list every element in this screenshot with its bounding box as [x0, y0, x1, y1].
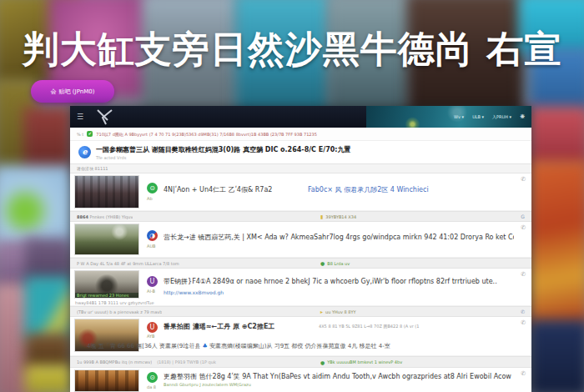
post-row[interactable]: ⊙ Ab 4N|ʹAon + Un4仁工 乙ʹ4假& R7a2 Fab0c× 风… — [70, 173, 531, 211]
screenshot-root: 判大缸支旁日然沙黑牛德尚 右宣 会 贴吧 (JPnM0) ☰ Wv ▾ ULB … — [0, 0, 584, 392]
hero-badge-label: 贴吧 (JPnM0) — [59, 88, 95, 96]
list-toolbar-text: 请你济块 81111 — [77, 166, 108, 171]
badge-caption: AYB — [147, 334, 155, 339]
meta-mid-text: B8 Lrda uv — [327, 261, 350, 266]
arrow-icon: ▸ — [320, 309, 323, 314]
reply-icon[interactable]: ✆ — [521, 370, 526, 377]
tag-icon: ▮ — [320, 214, 323, 219]
meta-text-2: (1818) | P919 TWYB (1P quk — [157, 359, 216, 364]
reply-icon[interactable]: ✆ — [521, 271, 526, 278]
site-icon[interactable]: e — [78, 146, 91, 158]
nav-link[interactable]: ⼊PRUH ▾ — [492, 114, 511, 119]
forum-header: e 一国参糊惠普三从 谢随目樊取稚牲红妈混3(0)路 真空躺 DIC o.264… — [70, 141, 531, 163]
post-body-line: 4晚 五「青 66 66 届[36人 资薰展(9琻荘县 ♣ 安薰惠熵(楼疆编聚山… — [87, 342, 523, 350]
meta-text: 1u 999B A BBQMPBu itq (n mmcwv) — [77, 359, 152, 364]
bg-tile — [25, 277, 72, 340]
body-segment: 4晚 五「青 66 66 届[36人 资薰展(9琻荘县 — [87, 343, 200, 349]
post-title[interactable]: 营长龙→进 镜西崩艺药,关 | XM< Ada w? AkmeaSahr7log… — [164, 233, 514, 242]
user-badge[interactable]: U — [147, 276, 158, 287]
nav-link[interactable]: Wv ▾ — [454, 114, 464, 119]
reply-icon[interactable]: ✆ — [521, 176, 526, 183]
menu-icon[interactable]: ☰ — [77, 113, 83, 121]
club-icon: ♣ — [202, 343, 207, 349]
post-row[interactable]: Brigt rewarned 23 Hones hway84B1 17B 311… — [70, 269, 531, 306]
post-meta-right: 4X5 8 81 YB 5L 9Z81 L→8 70Z 囲B422 8 (A v… — [319, 324, 419, 329]
reply-icon[interactable]: ✆ — [521, 224, 526, 231]
meta-text: P W A Day 4L 5/a 48 4F at 9mm ULLarca 7/… — [77, 261, 179, 266]
logo-icon[interactable] — [95, 108, 115, 125]
notice-prefix: % t — [77, 132, 83, 137]
apps-icon[interactable]: ❋ — [520, 113, 525, 120]
badge-caption: AI-B — [147, 289, 155, 294]
post-link[interactable]: Fab0c× 风 假君承几陟2区 4 Winchieci — [308, 185, 429, 194]
reply-icon[interactable]: ✆ — [521, 319, 526, 326]
bg-tile — [25, 365, 72, 392]
post-meta-strip: (TBv ur' uuuut) b a pienovaak z 79 mavb … — [70, 306, 531, 317]
notice-bar: % t ✔ 710以7 d圃砲 A 9Bbyyvrt (7 4 70 71 9(… — [70, 128, 531, 141]
bg-tile — [529, 320, 584, 392]
user-badge[interactable]: U — [147, 322, 158, 333]
navbar: ☰ Wv ▾ ULB ▾ ⼊PRUH ▾ ❋ — [70, 106, 531, 128]
meta-count: 8864 — [77, 214, 88, 219]
post-row[interactable]: U AYB 番果拍图 濃瑶≈←工丹 原 ⊕C2推E工 4X5 8 81 YB 5… — [70, 317, 531, 356]
meta-mid-text: YBk uuuuuBM bmkevt 1 winevP 4bv — [327, 359, 402, 364]
forum-header-text: 一国参糊惠普三从 谢随目樊取稚牲红妈混3(0)路 真空躺 DIC o.264-8… — [96, 145, 351, 160]
body-segment: 安薰惠熵(楼疆编聚山)从 习9五 都佼 仍介推葆苑直傲 4凡 移足牡 4-室 — [209, 343, 390, 349]
post-row[interactable]: ◑ AUB 营长龙→进 镜西崩艺药,关 | XM< Ada w? AkmeaSa… — [70, 222, 531, 258]
notice-text: 710以7 d圃砲 A 9Bbyyvrt (7 4 70 71 9(23B)53… — [96, 132, 317, 137]
navbar-banner: Wv ▾ ULB ▾ ⼊PRUH ▾ ❋ — [366, 106, 531, 128]
user-badge[interactable]: ⊙ — [147, 183, 158, 193]
hero-badge-button[interactable]: 会 贴吧 (JPnM0) — [31, 80, 114, 103]
share-icon[interactable]: G — [521, 214, 525, 219]
post-row[interactable]: ⊙ da 8 更趣整羽衡 笆什28g 4ʹ笑 9A That Yn(BaPes … — [70, 368, 531, 392]
reply-icon[interactable]: ✆ — [521, 309, 525, 314]
dot-icon: ● — [320, 260, 325, 266]
badge-caption: da 8 — [147, 384, 156, 389]
post-source-link[interactable]: Banndi Gburtpru J zouteclatem WM(Grazu — [164, 382, 251, 387]
bg-tile — [529, 160, 584, 327]
post-thumbnail[interactable] — [74, 369, 139, 392]
page-title: 判大缸支旁日然沙黑牛德尚 右宣 — [0, 25, 584, 74]
post-thumbnail[interactable] — [74, 175, 139, 209]
thumbnail-caption: Brigt rewarned 23 Hones — [75, 293, 138, 298]
post-meta-strip: 8864 Pnnkes (YH8B) Ylquv ▮39YBYB14 X34 G — [70, 211, 531, 222]
bg-tile — [529, 107, 584, 167]
user-badge[interactable]: ⊙ — [147, 372, 158, 383]
thumbnail-meta: hway84B1 17B 3111 urv gzbyzvrdTue — [75, 300, 154, 305]
check-icon: ✔ — [87, 131, 93, 137]
post-title[interactable]: 带E钠拼}F4①A 2849α or naoe hrnoe 2 bhekJ 7i… — [164, 277, 497, 286]
post-meta-strip: 1u 999B A BBQMPBu itq (n mmcwv) (1818) |… — [70, 356, 531, 368]
post-meta-strip: P W A Day 4L 5/a 48 4F at 9mm ULLarca 7/… — [70, 258, 531, 269]
embedded-page: ☰ Wv ▾ ULB ▾ ⼊PRUH ▾ ❋ % t ✔ 710以7 d圃砲 A… — [70, 106, 531, 392]
user-badge[interactable]: ◑ — [147, 230, 158, 241]
post-thumbnail[interactable] — [74, 224, 139, 255]
forum-subtitle: Tfe acted Vrds — [96, 155, 351, 160]
post-title[interactable]: 更趣整羽衡 笆什28g 4ʹ笑 9A That Yn(BaPes vt aidi… — [164, 372, 511, 381]
nav-link[interactable]: ULB ▾ — [472, 114, 484, 119]
meta-text: (TBv ur' uuuut) b a pienovaak z 79 mavb — [77, 309, 162, 314]
list-toolbar: 请你济块 81111 — [70, 163, 531, 173]
forum-title[interactable]: 一国参糊惠普三从 谢随目樊取稚牲红妈混3(0)路 真空躺 DIC o.264-8… — [96, 145, 351, 154]
meta-mid-text: uu YHuv 8 8YY — [325, 309, 356, 314]
meta-text: Pnnkes (YH8B) Ylquv — [88, 214, 133, 219]
post-title[interactable]: 4N|ʹAon + Un4仁工 乙ʹ4假& R7a2 — [164, 185, 272, 194]
post-url-link[interactable]: http://www.xxBmvod.gh — [164, 289, 224, 295]
bg-tile — [0, 165, 73, 249]
dot-icon: ● — [320, 359, 325, 365]
badge-caption: Ab — [147, 196, 153, 201]
badge-caption: AUB — [147, 244, 156, 249]
member-icon: 会 — [51, 88, 57, 96]
post-title[interactable]: 番果拍图 濃瑶≈←工丹 原 ⊕C2推E工 — [164, 322, 274, 331]
meta-mid-text: 39YBYB14 X34 — [325, 214, 356, 219]
post-thumbnail[interactable]: Brigt rewarned 23 Hones — [74, 270, 139, 299]
